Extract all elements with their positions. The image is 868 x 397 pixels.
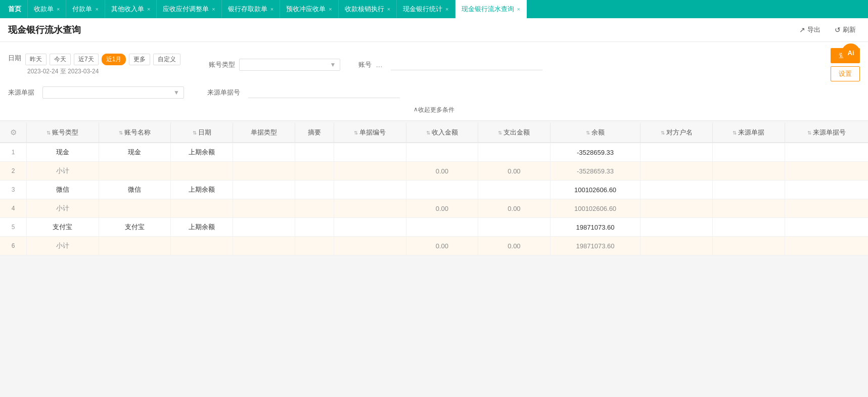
collapse-bar[interactable]: ∧ 收起更多条件 xyxy=(8,104,860,116)
table-cell xyxy=(478,143,551,162)
table-row: 4小计0.000.00100102606.60 xyxy=(0,199,868,218)
header-actions: ↗ 导出 ↺ 刷新 xyxy=(795,23,860,36)
nav-tab-payments[interactable]: 付款单 × xyxy=(66,0,105,18)
table-cell xyxy=(334,237,406,255)
close-icon[interactable]: × xyxy=(57,6,60,12)
table-cell xyxy=(712,162,785,181)
date-filter-label: 日期 xyxy=(8,54,21,63)
nav-tab-adjustment[interactable]: 应收应付调整单 × xyxy=(157,0,221,18)
col-date[interactable]: 日期 xyxy=(171,123,233,143)
nav-tab-bank-flow[interactable]: 现金银行流水查询 × xyxy=(455,0,527,18)
table-cell: 0.00 xyxy=(406,237,478,255)
table-cell xyxy=(712,237,785,255)
close-icon[interactable]: × xyxy=(517,6,520,12)
close-icon[interactable]: × xyxy=(270,6,273,12)
nav-tab-receipt-exec[interactable]: 收款核销执行 × xyxy=(339,0,397,18)
col-doc-no[interactable]: 单据编号 xyxy=(334,123,406,143)
col-source-doc[interactable]: 来源单据 xyxy=(712,123,785,143)
table-cell xyxy=(295,143,334,162)
table-cell xyxy=(478,181,551,199)
date-range-text: 2023-02-24 至 2023-03-24 xyxy=(27,67,180,76)
date-btn-today[interactable]: 今天 xyxy=(50,54,71,65)
table-cell xyxy=(785,181,868,199)
dropdown-arrow-icon: ▼ xyxy=(173,89,179,96)
close-icon[interactable]: × xyxy=(387,6,390,12)
table-cell: 0.00 xyxy=(406,162,478,181)
table-cell: 100102606.60 xyxy=(550,199,641,218)
close-icon[interactable]: × xyxy=(95,6,98,12)
table-cell xyxy=(785,237,868,255)
table-cell xyxy=(233,199,295,218)
refresh-button[interactable]: ↺ 刷新 xyxy=(831,23,860,36)
table-cell xyxy=(171,237,233,255)
filter-row-source: 来源单据 ▼ 来源单据号 xyxy=(8,86,860,99)
table-cell: 19871073.60 xyxy=(550,218,641,237)
table-cell xyxy=(334,143,406,162)
close-icon[interactable]: × xyxy=(445,6,448,12)
col-account-type[interactable]: 账号类型 xyxy=(27,123,99,143)
nav-tab-other-income[interactable]: 其他收入单 × xyxy=(105,0,157,18)
source-doc-select[interactable]: ▼ xyxy=(42,86,184,99)
col-account-name[interactable]: 账号名称 xyxy=(99,123,171,143)
nav-tab-home[interactable]: 首页 xyxy=(2,0,28,18)
col-counterparty[interactable]: 对方户名 xyxy=(641,123,713,143)
date-btn-1month[interactable]: 近1月 xyxy=(102,54,126,65)
table-cell: 100102606.60 xyxy=(550,181,641,199)
table-cell: 5 xyxy=(0,218,27,237)
table-cell xyxy=(171,162,233,181)
data-table: ⚙ 账号类型 账号名称 日期 单据类型 摘要 单据编号 收入金额 支出金额 余额… xyxy=(0,123,868,255)
nav-tab-bank-stats[interactable]: 现金银行统计 × xyxy=(397,0,455,18)
table-cell: -3528659.33 xyxy=(550,162,641,181)
gear-icon[interactable]: ⚙ xyxy=(10,128,17,137)
export-button[interactable]: ↗ 导出 xyxy=(795,23,825,36)
table-row: 2小计0.000.00-3528659.33 xyxy=(0,162,868,181)
table-cell: 现金 xyxy=(99,143,171,162)
table-container: ⚙ 账号类型 账号名称 日期 单据类型 摘要 单据编号 收入金额 支出金额 余额… xyxy=(0,123,868,255)
refresh-icon: ↺ xyxy=(835,26,841,34)
source-doc-no-input[interactable] xyxy=(248,87,400,98)
date-btn-yesterday[interactable]: 昨天 xyxy=(25,54,47,65)
close-icon[interactable]: × xyxy=(212,6,215,12)
col-income[interactable]: 收入金额 xyxy=(406,123,478,143)
table-cell xyxy=(295,181,334,199)
nav-tab-receipts[interactable]: 收款单 × xyxy=(28,0,66,18)
account-dots-button[interactable]: ... xyxy=(376,60,382,69)
close-icon[interactable]: × xyxy=(329,6,332,12)
table-cell: 微信 xyxy=(99,181,171,199)
table-row: 6小计0.000.0019871073.60 xyxy=(0,237,868,255)
table-cell: 2 xyxy=(0,162,27,181)
close-icon[interactable]: × xyxy=(147,6,150,12)
table-cell xyxy=(99,237,171,255)
account-input[interactable] xyxy=(391,59,542,70)
date-btn-custom[interactable]: 自定义 xyxy=(153,54,180,65)
filter-area: 日期 昨天 今天 近7天 近1月 更多 自定义 2023-02-24 至 202… xyxy=(0,42,868,121)
table-cell: 6 xyxy=(0,237,27,255)
col-expense[interactable]: 支出金额 xyxy=(478,123,551,143)
table-row: 3微信微信上期余额100102606.60 xyxy=(0,181,868,199)
ai-badge[interactable]: Ai xyxy=(842,43,860,62)
col-gear[interactable]: ⚙ xyxy=(0,123,27,143)
date-btn-7days[interactable]: 近7天 xyxy=(74,54,99,65)
table-cell xyxy=(712,143,785,162)
account-type-select[interactable]: ▼ xyxy=(239,59,340,71)
col-doc-type: 单据类型 xyxy=(233,123,295,143)
col-balance[interactable]: 余额 xyxy=(550,123,641,143)
settings-button[interactable]: 设置 xyxy=(831,66,860,81)
table-cell xyxy=(334,162,406,181)
nav-tab-bank-deposit[interactable]: 银行存取款单 × xyxy=(222,0,280,18)
table-cell xyxy=(334,218,406,237)
table-cell: 3 xyxy=(0,181,27,199)
table-cell xyxy=(295,218,334,237)
table-cell xyxy=(712,199,785,218)
table-cell xyxy=(406,218,478,237)
table-cell xyxy=(295,162,334,181)
table-cell: 上期余额 xyxy=(171,218,233,237)
table-body: 1现金现金上期余额-3528659.332小计0.000.00-3528659.… xyxy=(0,143,868,255)
nav-tab-advance[interactable]: 预收冲应收单 × xyxy=(280,0,338,18)
date-btn-more[interactable]: 更多 xyxy=(129,54,150,65)
table-cell: 4 xyxy=(0,199,27,218)
table-cell: 0.00 xyxy=(406,199,478,218)
table-row: 5支付宝支付宝上期余额19871073.60 xyxy=(0,218,868,237)
col-source-doc-no[interactable]: 来源单据号 xyxy=(785,123,868,143)
table-cell xyxy=(233,162,295,181)
